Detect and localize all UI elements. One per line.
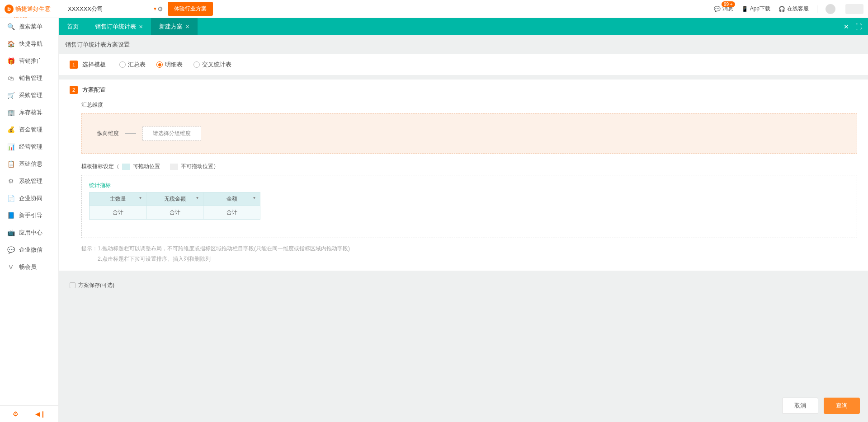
query-button[interactable]: 查询 — [824, 398, 860, 414]
sidebar-item-label: 基础信息 — [19, 160, 42, 168]
sidebar: 🔍搜索菜单🏠快捷导航🎁营销推广🛍销售管理🛒采购管理🏢库存核算💰资金管理📊经营管理… — [0, 18, 59, 422]
radio-dot-icon — [156, 61, 163, 68]
dimension-selector[interactable]: 请选择分组维度 — [142, 127, 201, 141]
sidebar-item-label: 应用中心 — [19, 229, 42, 237]
save-plan-label: 方案保存(可选) — [78, 281, 114, 289]
sidebar-item-label: 企业微信 — [19, 246, 42, 254]
step2-section: 2 方案配置 汇总维度 纵向维度 请选择分组维度 — [59, 80, 868, 271]
hints: 提示：1.拖动标题栏可以调整布局，不可跨维度或指标区域拖动栏目字段(只能在同一维… — [81, 244, 857, 264]
tab-新建方案[interactable]: 新建方案✕ — [151, 18, 198, 35]
page-title: 销售订单统计表方案设置 — [59, 35, 868, 54]
tabbar: 首页销售订单统计表✕新建方案✕ ✕ ⛶ — [59, 18, 868, 35]
company-selector[interactable]: XXXXXX公司 ▼ — [68, 5, 157, 13]
sidebar-item-label: 资金管理 — [19, 126, 42, 134]
user-placeholder[interactable] — [845, 4, 863, 14]
fullscreen-icon[interactable]: ⛶ — [855, 23, 862, 30]
divider — [817, 5, 817, 13]
settings-icon[interactable]: ⚙ — [13, 410, 19, 417]
radio-汇总表[interactable]: 汇总表 — [119, 61, 146, 69]
sys-icon: ⚙ — [7, 178, 14, 185]
sidebar-item-fund[interactable]: 💰资金管理 — [0, 121, 58, 138]
sidebar-item-sales[interactable]: 🛍销售管理 — [0, 70, 58, 87]
metric-col-无税金额[interactable]: 无税金额▾ — [146, 192, 203, 206]
cancel-button[interactable]: 取消 — [782, 398, 818, 414]
template-radio-group: 汇总表明细表交叉统计表 — [119, 61, 231, 69]
sidebar-item-label: 搜索菜单 — [19, 23, 42, 31]
sidebar-item-corp[interactable]: 📄企业协同 — [0, 190, 58, 207]
sidebar-item-search[interactable]: 🔍搜索菜单 — [0, 18, 58, 35]
content-area: 销售订单统计表方案设置 1 选择模板 汇总表明细表交叉统计表 2 方案配置 汇总… — [59, 35, 868, 422]
online-service-link[interactable]: 🎧 在线客服 — [778, 5, 809, 13]
metrics-table: 主数量▾无税金额▾金额▾ 合计合计合计 — [89, 192, 260, 220]
dimension-title: 汇总维度 — [81, 101, 857, 109]
metric-legend: 模板指标设定（ 可拖动位置 不可拖动位置） — [81, 163, 857, 170]
sidebar-item-label: 快捷导航 — [19, 40, 42, 48]
metrics-title: 统计指标 — [89, 182, 849, 189]
app-download-link[interactable]: 📱 App下载 — [741, 5, 770, 13]
chat-icon: 💬 — [714, 6, 721, 12]
topbar: b 畅捷通好生意 标准版 XXXXXX公司 ▼ ⚙ 体验行业方案 💬 消息 99… — [0, 0, 868, 18]
avatar-icon[interactable] — [826, 4, 835, 14]
close-all-icon[interactable]: ✕ — [844, 23, 849, 30]
headset-icon: 🎧 — [778, 6, 785, 12]
fund-icon: 💰 — [7, 126, 14, 133]
sidebar-footer: ⚙ ◀❙ — [0, 405, 58, 422]
metric-col-金额[interactable]: 金额▾ — [203, 192, 260, 206]
metric-col-主数量[interactable]: 主数量▾ — [90, 192, 146, 206]
search-icon: 🔍 — [7, 23, 14, 30]
sidebar-item-sys[interactable]: ⚙系统管理 — [0, 173, 58, 190]
chevron-down-icon: ▾ — [253, 195, 255, 200]
sidebar-item-label: 采购管理 — [19, 91, 42, 99]
metric-cell: 合计 — [203, 206, 260, 220]
chevron-down-icon: ▾ — [139, 195, 142, 200]
step2-label: 方案配置 — [82, 86, 106, 94]
logo-text: 畅捷通好生意 — [15, 5, 51, 13]
metric-cell: 合计 — [90, 206, 146, 220]
appc-icon: 📺 — [7, 229, 14, 236]
radio-明细表[interactable]: 明细表 — [156, 61, 183, 69]
sidebar-item-biz[interactable]: 📊经营管理 — [0, 138, 58, 155]
radio-交叉统计表[interactable]: 交叉统计表 — [193, 61, 231, 69]
sidebar-item-appc[interactable]: 📺应用中心 — [0, 224, 58, 241]
sidebar-item-label: 经营管理 — [19, 143, 42, 151]
collapse-icon[interactable]: ◀❙ — [35, 410, 46, 417]
metrics-dropzone[interactable]: 统计指标 主数量▾无税金额▾金额▾ 合计合计合计 — [81, 175, 857, 238]
sidebar-item-label: 系统管理 — [19, 177, 42, 185]
connector-line — [125, 133, 136, 134]
sidebar-item-wx[interactable]: 💬企业微信 — [0, 241, 58, 258]
sidebar-item-guide[interactable]: 📘新手引导 — [0, 207, 58, 224]
step2-number: 2 — [70, 86, 78, 94]
legend-draggable-swatch — [122, 164, 130, 170]
sidebar-item-label: 畅会员 — [19, 263, 37, 271]
logo: b 畅捷通好生意 标准版 — [5, 5, 63, 14]
sidebar-item-purchase[interactable]: 🛒采购管理 — [0, 87, 58, 104]
tab-首页[interactable]: 首页 — [59, 18, 87, 35]
radio-dot-icon — [119, 61, 126, 68]
metric-cell: 合计 — [146, 206, 203, 220]
sidebar-item-base[interactable]: 📋基础信息 — [0, 155, 58, 173]
tab-close-icon[interactable]: ✕ — [139, 24, 143, 30]
sidebar-item-stock[interactable]: 🏢库存核算 — [0, 104, 58, 121]
sidebar-item-label: 库存核算 — [19, 108, 42, 117]
sidebar-item-label: 销售管理 — [19, 74, 42, 82]
nav-icon: 🏠 — [7, 40, 14, 47]
chevron-down-icon: ▾ — [196, 195, 198, 200]
sidebar-item-vip[interactable]: V畅会员 — [0, 258, 58, 276]
tab-close-icon[interactable]: ✕ — [185, 24, 189, 30]
tab-销售订单统计表[interactable]: 销售订单统计表✕ — [87, 18, 151, 35]
dimension-dropzone[interactable]: 纵向维度 请选择分组维度 — [81, 113, 857, 154]
sidebar-item-label: 营销推广 — [19, 57, 42, 65]
guide-icon: 📘 — [7, 212, 14, 219]
promo-icon: 🎁 — [7, 57, 14, 65]
trial-button[interactable]: 体验行业方案 — [168, 2, 213, 16]
save-plan-checkbox[interactable] — [70, 282, 75, 288]
messages-link[interactable]: 💬 消息 99 + — [714, 5, 733, 13]
gear-icon[interactable]: ⚙ — [157, 5, 163, 13]
messages-badge: 99 + — [722, 1, 735, 7]
vertical-dim-label: 纵向维度 — [97, 130, 119, 137]
stock-icon: 🏢 — [7, 109, 14, 116]
sidebar-item-nav[interactable]: 🏠快捷导航 — [0, 35, 58, 52]
sidebar-item-promo[interactable]: 🎁营销推广 — [0, 52, 58, 70]
logo-icon: b — [5, 5, 14, 14]
sidebar-item-label: 企业协同 — [19, 194, 42, 202]
